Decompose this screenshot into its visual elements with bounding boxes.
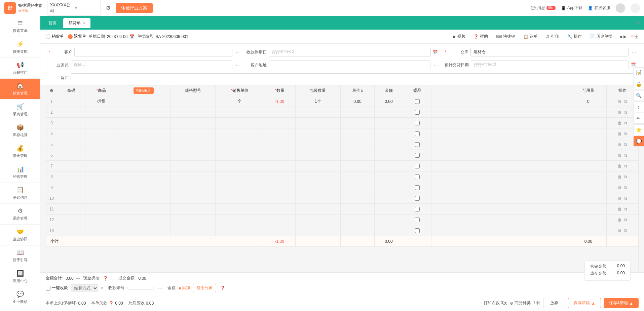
cell-barcode[interactable]	[57, 150, 85, 161]
cell-pack-qty[interactable]	[295, 193, 340, 204]
cell-pack-qty[interactable]	[295, 182, 340, 193]
list-view-icon[interactable]: ≡	[631, 33, 634, 40]
gift-checkbox[interactable]	[415, 196, 420, 201]
tab-close-icon[interactable]: ×	[83, 21, 85, 25]
cell-unit[interactable]	[216, 128, 264, 139]
discard-button[interactable]: 放弃	[543, 298, 565, 308]
salesperson-input[interactable]: 选择...	[71, 61, 232, 69]
gift-checkbox[interactable]	[415, 228, 420, 233]
due-date-input[interactable]: yyyy-mm-dd	[269, 48, 431, 56]
sidebar-item-guide[interactable]: 📖 新手引导	[0, 245, 40, 266]
copy-icon[interactable]: ⧉	[624, 131, 627, 136]
cell-spec[interactable]	[171, 150, 216, 161]
copy-icon[interactable]: ⧉	[624, 99, 627, 104]
delete-icon[interactable]: 🗑	[618, 218, 622, 222]
cell-price[interactable]	[340, 139, 375, 150]
cell-price[interactable]	[340, 204, 375, 215]
delete-icon[interactable]: 🗑	[618, 185, 622, 190]
calendar-icon[interactable]: 📅	[129, 34, 135, 39]
gift-checkbox[interactable]	[415, 142, 420, 147]
cell-amount[interactable]	[375, 118, 403, 128]
save-draft-button[interactable]: 保存草稿 ▲	[568, 298, 601, 308]
history-button[interactable]: 📄 历史单据	[587, 32, 615, 41]
radio-return[interactable]: 退货单	[68, 34, 86, 39]
company-selector[interactable]: XXXXXX公司 ▾	[47, 1, 101, 15]
float-btn-5[interactable]: ✏	[633, 113, 644, 124]
copy-icon[interactable]: ⧉	[624, 153, 627, 158]
gift-checkbox[interactable]	[415, 185, 420, 190]
cell-price[interactable]	[340, 193, 375, 204]
add-payment-button[interactable]: ● 添加	[178, 285, 190, 291]
cell-product[interactable]	[85, 139, 117, 150]
cell-unit[interactable]	[216, 215, 264, 225]
gift-checkbox[interactable]	[415, 121, 420, 125]
sidebar-item-quicknav[interactable]: ⚡ 快捷导航	[0, 37, 40, 58]
customer-addr-input[interactable]	[269, 61, 430, 69]
cell-pack-qty[interactable]	[295, 171, 340, 182]
cell-qty[interactable]	[264, 128, 295, 139]
cell-product[interactable]	[85, 215, 117, 225]
online-service-button[interactable]: 👤 在线客服	[588, 5, 610, 11]
float-btn-1[interactable]: 📝	[633, 67, 644, 78]
cell-gift[interactable]	[403, 107, 431, 118]
print-button[interactable]: 🖨 打印	[543, 32, 562, 41]
cell-pack-qty[interactable]	[295, 215, 340, 225]
gift-checkbox[interactable]	[415, 218, 420, 222]
cell-gift[interactable]	[403, 161, 431, 171]
cell-unit[interactable]	[216, 182, 264, 193]
cell-barcode[interactable]	[57, 118, 85, 128]
trial-button[interactable]: 体验行业方案	[116, 3, 153, 13]
cell-spec[interactable]	[171, 225, 216, 236]
cell-product[interactable]: 拆货	[85, 96, 117, 107]
cell-spec[interactable]	[171, 182, 216, 193]
cell-pack-qty[interactable]	[295, 225, 340, 236]
cell-spec[interactable]	[171, 107, 216, 118]
one-key-payment-checkbox[interactable]: 一键收款	[46, 285, 68, 291]
cell-pack-qty[interactable]: 1个	[295, 96, 340, 107]
cell-amount[interactable]	[375, 128, 403, 139]
cell-qty[interactable]	[264, 215, 295, 225]
cell-qty[interactable]	[264, 171, 295, 182]
cell-unit[interactable]	[216, 193, 264, 204]
delete-icon[interactable]: 🗑	[618, 174, 622, 179]
cell-spec[interactable]	[171, 204, 216, 215]
cell-price[interactable]	[340, 150, 375, 161]
cell-unit[interactable]	[216, 118, 264, 128]
expected-date-input[interactable]: yyyy-mm-dd	[471, 61, 629, 69]
close-window-icon[interactable]: ×	[636, 18, 641, 27]
expense-split-button[interactable]: 费用分摊	[193, 284, 216, 292]
note-input[interactable]	[71, 73, 636, 82]
app-download-button[interactable]: 📱 App下载	[561, 5, 582, 11]
cell-gift[interactable]	[403, 225, 431, 236]
copy-icon[interactable]: ⧉	[624, 110, 627, 115]
cell-action[interactable]: 🗑 ⧉	[607, 182, 638, 193]
message-button[interactable]: 💬 消息 99+	[531, 5, 556, 11]
sidebar-item-enterprise[interactable]: 🤝 企业协同	[0, 225, 40, 245]
delete-icon[interactable]: 🗑	[618, 121, 622, 125]
cell-price[interactable]	[340, 171, 375, 182]
delete-icon[interactable]: 🗑	[618, 153, 622, 158]
cell-spec[interactable]	[171, 118, 216, 128]
gift-checkbox[interactable]	[415, 99, 420, 104]
cell-product[interactable]	[85, 107, 117, 118]
cell-gift[interactable]	[403, 150, 431, 161]
expected-date-calendar-icon[interactable]: 📅	[631, 63, 636, 67]
customer-addr-more-icon[interactable]: ···	[434, 62, 438, 68]
cell-spec[interactable]	[171, 215, 216, 225]
cell-product[interactable]	[85, 150, 117, 161]
delete-icon[interactable]: 🗑	[618, 196, 622, 201]
cell-amount[interactable]	[375, 139, 403, 150]
cell-amount[interactable]	[375, 215, 403, 225]
cell-barcode[interactable]	[57, 107, 85, 118]
cell-pack-qty[interactable]	[295, 161, 340, 171]
cell-product[interactable]	[85, 193, 117, 204]
cell-unit[interactable]	[216, 161, 264, 171]
col-settings[interactable]: ⚙	[46, 85, 57, 96]
cell-barcode[interactable]	[57, 96, 85, 107]
cell-gift[interactable]	[403, 193, 431, 204]
delete-icon[interactable]: 🗑	[618, 99, 622, 104]
col-scan[interactable]: 扫码录入	[117, 85, 171, 96]
cell-barcode[interactable]	[57, 161, 85, 171]
cell-product[interactable]	[85, 204, 117, 215]
cell-amount[interactable]	[375, 193, 403, 204]
